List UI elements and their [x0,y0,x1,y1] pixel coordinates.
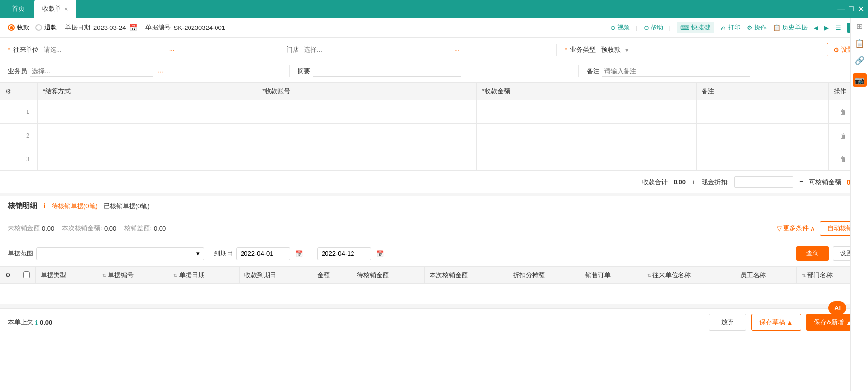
summary-input[interactable] [313,66,461,77]
tab-close-icon[interactable]: × [64,5,68,13]
date-value: 2023-03-24 [93,24,126,31]
search-btn[interactable]: 查询 [796,246,829,261]
discount-input[interactable] [734,176,793,188]
row-delete-icon[interactable]: 🗑 [840,132,846,140]
more-filter-btn[interactable]: ▽ 更多条件 ∧ [777,224,815,233]
col-note: 备注 [696,83,828,100]
footer-right: 放弃 保存草稿 ▲ 保存&新增 ▲ [709,314,860,331]
store-input[interactable] [302,44,449,55]
diff-value: 0.00 [154,225,166,232]
row-delete-icon[interactable]: 🗑 [840,108,846,116]
row-settle-cell[interactable] [38,124,257,147]
help-btn[interactable]: ⊙ 帮助 [644,23,663,32]
sidebar-camera-icon[interactable]: 📷 [853,73,867,87]
shortcut-btn[interactable]: ⌨ 快捷键 [677,22,714,33]
bottom-col-gear[interactable]: ⚙ [0,267,18,284]
done-link[interactable]: 已核销单据(0笔) [104,202,150,211]
toolbar-right: ⊙ 视频 | ⊙ 帮助 | ⌨ 快捷键 🖨 打印 ⚙ 操作 📋 [610,22,860,33]
info-icon[interactable]: ℹ [35,319,38,326]
row-amount-cell[interactable] [477,100,696,124]
equals-sign: = [799,178,803,186]
print-btn[interactable]: 🖨 打印 [720,23,741,32]
print-label: 打印 [728,23,741,32]
store-dots-btn[interactable]: ··· [452,46,461,54]
radio-refund-dot [35,24,42,31]
row-note-cell[interactable] [696,100,828,124]
note-input[interactable] [602,66,750,77]
list-view-btn[interactable]: ☰ [835,24,841,31]
chevron-up-icon: ∧ [810,225,815,232]
from-unit-input[interactable] [42,44,164,55]
shortcut-label: 快捷键 [691,23,710,32]
discard-button[interactable]: 放弃 [709,314,746,331]
tab-receipt[interactable]: 收款单 × [34,0,76,18]
print-icon: 🖨 [720,24,727,31]
date-label: 单据日期 [65,23,90,32]
sidebar-copy-icon[interactable]: 📋 [855,39,865,48]
row-delete-icon[interactable]: 🗑 [840,155,846,163]
bottom-col-current: 本次核销金额 [424,267,508,284]
row-settle-cell[interactable] [38,100,257,124]
current-label: 本次核销金额: [62,224,102,233]
operation-btn[interactable]: ⚙ 操作 [747,23,767,32]
pending-link[interactable]: 待核销单据(0笔) [52,202,98,211]
maximize-btn[interactable]: □ [849,4,854,14]
sort-from-unit-icon[interactable]: ⇅ [647,273,651,278]
minimize-btn[interactable]: — [837,4,845,14]
row-note-cell[interactable] [696,124,828,147]
radio-refund[interactable]: 退款 [35,23,57,32]
calendar-from-icon[interactable]: 📅 [295,250,303,257]
prev-value: 0.00 [40,319,52,326]
select-all-checkbox[interactable] [23,271,30,278]
due-date-to-input[interactable] [317,247,371,260]
from-unit-dots-btn[interactable]: ··· [167,46,177,54]
bottom-table-header: ⚙ 单据类型 ⇅ 单据编号 ⇅ 单据日期 [0,267,868,284]
salesman-input[interactable] [30,66,153,77]
close-btn[interactable]: ✕ [858,4,864,14]
row-num-cell: 2 [18,124,38,147]
sort-date-icon[interactable]: ⇅ [173,273,177,278]
history-btn[interactable]: 📋 历史单据 [773,23,808,32]
sidebar-link-icon[interactable]: 🔗 [855,56,865,65]
nav-next-btn[interactable]: ▶ [824,24,829,31]
col-settle: *结算方式 [38,83,257,100]
calendar-icon[interactable]: 📅 [129,24,137,31]
range-select[interactable]: ▾ [36,247,204,260]
row-settle-cell[interactable] [38,147,257,171]
nav-prev-btn[interactable]: ◀ [814,24,818,31]
row-note-cell[interactable] [696,147,828,171]
tab-home[interactable]: 首页 [4,0,32,18]
radio-receipt[interactable]: 收款 [8,23,29,32]
row-gear-cell [0,100,18,124]
total-value: 0.00 [674,178,686,186]
video-btn[interactable]: ⊙ 视频 [610,23,630,32]
form-row-1: * 往来单位 ··· 门店 ··· * 业务类型 预收款 ▾ [8,43,860,56]
calendar-to-icon[interactable]: 📅 [376,250,384,257]
col-gear[interactable]: ⚙ [0,83,18,100]
salesman-dots-btn[interactable]: ··· [156,68,165,75]
ai-badge[interactable]: Ai [828,301,846,315]
sort-no-icon[interactable]: ⇅ [102,273,106,278]
from-unit-label: * 往来单位 [8,45,39,54]
due-date-label: 到期日 [214,249,233,258]
row-account-cell[interactable] [257,100,477,124]
row-account-cell[interactable] [257,147,477,171]
table-wrap: ⚙ *结算方式 *收款账号 *收款金额 备注 操作 1 [0,83,868,171]
sidebar-table-icon[interactable]: ⊞ [856,22,863,31]
business-type-arrow[interactable]: ▾ [625,46,629,54]
radio-receipt-dot [8,24,15,31]
due-date-from-input[interactable] [236,247,290,260]
draft-button[interactable]: 保存草稿 ▲ [751,314,802,331]
date-dash: — [308,250,314,257]
row-amount-cell[interactable] [477,124,696,147]
row-account-cell[interactable] [257,124,477,147]
divider3 [289,65,290,77]
summary-label: 摘要 [298,67,310,76]
section-info-icon[interactable]: ℹ [43,202,46,210]
salesman-field: 业务员 ··· [8,66,281,77]
sort-dept-icon[interactable]: ⇅ [802,273,806,278]
row-amount-cell[interactable] [477,147,696,171]
footer: 本单上欠 ℹ 0.00 放弃 保存草稿 ▲ 保存&新增 ▲ [0,308,868,335]
col-account: *收款账号 [257,83,477,100]
writeoff-section: 核销明细 ℹ 待核销单据(0笔) 已核销单据(0笔) 未核销金额 0.00 本次… [0,196,868,308]
